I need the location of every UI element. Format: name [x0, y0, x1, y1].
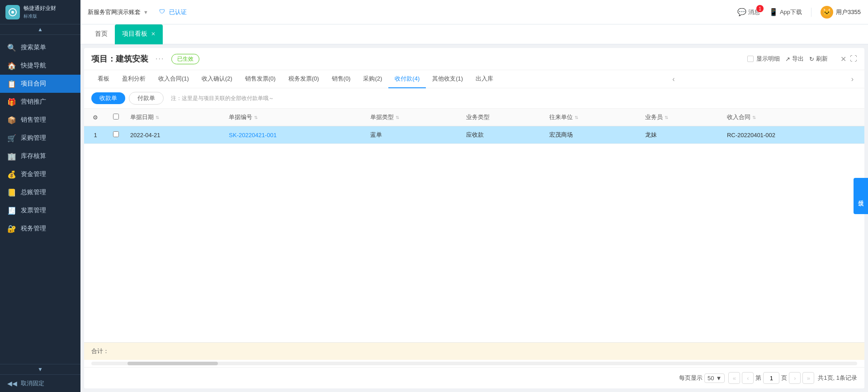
show-detail-checkbox[interactable]: 显示明细 — [747, 55, 780, 63]
page-suffix-label: 页 — [781, 374, 787, 382]
settings-icon[interactable]: ⚙ — [93, 114, 98, 121]
more-options-button[interactable]: ··· — [156, 55, 164, 63]
sidebar-item-marketing[interactable]: 🎁 营销推广 — [0, 93, 80, 111]
sidebar-item-label: 快捷导航 — [21, 62, 46, 70]
user-menu[interactable]: 🐱 用户3355 — [821, 6, 861, 19]
sort-icon[interactable]: ⇅ — [396, 115, 399, 120]
sidebar-pin-toggle[interactable]: ◀◀ 取消固定 — [0, 374, 80, 392]
sub-tab-sales-label: 销售(0) — [332, 75, 351, 83]
scrollbar-thumb[interactable] — [127, 362, 218, 365]
sidebar-item-search[interactable]: 🔍 搜索菜单 — [0, 38, 80, 57]
sidebar-title-area: 畅捷通好业财 标准版 — [24, 5, 56, 19]
scroll-down-arrow[interactable]: ▼ — [38, 366, 43, 373]
last-page-button[interactable]: » — [802, 372, 814, 384]
sidebar-footer-label: 取消固定 — [21, 379, 44, 387]
app-download-button[interactable]: 📱 App下载 — [769, 8, 802, 16]
sub-tab-in-out[interactable]: 出入库 — [469, 70, 500, 88]
row-number[interactable]: SK-20220421-001 — [223, 126, 365, 144]
sub-tab-prev-arrow[interactable]: ‹ — [669, 75, 678, 83]
message-button[interactable]: 💬 消息 1 — [737, 8, 760, 16]
row-number-link[interactable]: SK-20220421-001 — [229, 132, 277, 139]
sort-icon[interactable]: ⇅ — [752, 115, 756, 120]
th-date-label: 单据日期 — [130, 113, 154, 121]
sub-tab-profit[interactable]: 盈利分析 — [116, 70, 152, 88]
feedback-tab[interactable]: 反馈 — [854, 178, 868, 214]
sub-tab-tax-invoice[interactable]: 税务发票(0) — [282, 70, 326, 88]
receipt-tab-button[interactable]: 收款单 — [91, 92, 125, 104]
sub-tabs: 看板 盈利分析 收入合同(1) 收入确认(2) 销售发票(0) 税务发票(0) — [84, 70, 864, 88]
sort-icon[interactable]: ⇅ — [665, 115, 668, 120]
row-checkbox[interactable] — [113, 131, 119, 137]
topbar-left: 新服务官网演示账套 ▼ 🛡 已认证 — [88, 8, 737, 16]
horizontal-scrollbar[interactable] — [91, 362, 857, 365]
sidebar-item-tax[interactable]: 🔐 税务管理 — [0, 220, 80, 238]
sub-tab-purchase[interactable]: 采购(2) — [357, 70, 388, 88]
sidebar-item-inventory[interactable]: 🏢 库存核算 — [0, 147, 80, 165]
sidebar-item-invoice[interactable]: 🧾 发票管理 — [0, 201, 80, 220]
th-contract: 收入合同 ⇅ — [722, 109, 864, 126]
export-button[interactable]: ↗ 导出 — [785, 55, 804, 63]
sidebar-item-quicknav[interactable]: 🏠 快捷导航 — [0, 57, 80, 75]
chevron-down-icon: ▼ — [143, 10, 148, 15]
sidebar-item-label: 库存核算 — [21, 152, 46, 160]
scroll-up-arrow[interactable]: ▲ — [38, 26, 43, 33]
project-label: 项目： — [91, 54, 116, 63]
payment-tab-button[interactable]: 付款单 — [129, 92, 164, 105]
sub-tab-next-arrow[interactable]: › — [848, 75, 857, 83]
sort-icon[interactable]: ⇅ — [254, 115, 258, 120]
sub-tab-tax-invoice-label: 税务发票(0) — [288, 75, 319, 83]
th-number: 单据编号 ⇅ — [223, 109, 365, 126]
sub-tab-other-income[interactable]: 其他收支(1) — [426, 70, 469, 88]
th-checkbox[interactable] — [107, 109, 125, 126]
sub-tab-profit-label: 盈利分析 — [122, 75, 146, 83]
sidebar-item-label: 资金管理 — [21, 170, 46, 178]
svg-point-1 — [11, 11, 14, 14]
export-label: 导出 — [792, 55, 804, 63]
sidebar-item-purchase[interactable]: 🛒 采购管理 — [0, 129, 80, 147]
sub-tab-sales-invoice[interactable]: 销售发票(0) — [239, 70, 282, 88]
sub-tab-income-contract[interactable]: 收入合同(1) — [152, 70, 195, 88]
row-salesman: 龙妹 — [640, 126, 722, 144]
sidebar-item-general-ledger[interactable]: 📒 总账管理 — [0, 183, 80, 201]
row-checkbox-cell[interactable] — [107, 126, 125, 144]
sort-icon[interactable]: ⇅ — [156, 115, 159, 120]
th-partner-label: 往来单位 — [549, 113, 573, 121]
demo-account-selector[interactable]: 新服务官网演示账套 ▼ — [88, 8, 148, 16]
sub-tab-receipts[interactable]: 收付款(4) — [388, 70, 426, 88]
show-detail-label: 显示明细 — [756, 55, 780, 63]
next-page-button[interactable]: › — [789, 372, 801, 384]
table-row[interactable]: 1 2022-04-21 SK-20220421-001 蓝单 应收款 宏茂商场 — [84, 126, 864, 144]
sort-icon[interactable]: ⇅ — [575, 115, 578, 120]
content-area: 首页 项目看板 ✕ 项目：建筑安装 ··· 已生效 显示明细 — [80, 24, 868, 392]
close-button[interactable]: ✕ — [840, 55, 846, 63]
page-size-select-box[interactable]: 50 ▼ — [704, 373, 725, 383]
avatar: 🐱 — [821, 6, 833, 19]
first-page-button[interactable]: « — [728, 372, 740, 384]
select-all-checkbox[interactable] — [113, 114, 119, 120]
row-date: 2022-04-21 — [125, 126, 223, 144]
sub-tab-kanban[interactable]: 看板 — [91, 70, 116, 88]
sidebar-item-sales[interactable]: 📦 销售管理 — [0, 111, 80, 129]
prev-page-button[interactable]: ‹ — [742, 372, 754, 384]
message-icon: 💬 — [737, 8, 746, 16]
refresh-button[interactable]: ↻ 刷新 — [809, 55, 828, 63]
sub-tab-purchase-label: 采购(2) — [363, 75, 382, 83]
th-type-label: 单据类型 — [370, 113, 394, 121]
demo-account-label: 新服务官网演示账套 — [88, 8, 141, 16]
th-gear[interactable]: ⚙ — [84, 109, 107, 126]
sidebar-edition: 标准版 — [24, 13, 56, 19]
sidebar-item-project-contract[interactable]: 📋 项目合同 — [0, 75, 80, 93]
topbar-right: 💬 消息 1 📱 App下载 🐱 用户3355 — [737, 6, 861, 19]
checkbox-box[interactable] — [747, 56, 754, 62]
maximize-button[interactable]: ⛶ — [850, 55, 857, 63]
tab-project-board[interactable]: 项目看板 ✕ — [115, 24, 163, 44]
sub-tab-sales[interactable]: 销售(0) — [326, 70, 357, 88]
sidebar-item-capital[interactable]: 💰 资金管理 — [0, 165, 80, 183]
tab-home[interactable]: 首页 — [88, 24, 115, 44]
tab-close-icon[interactable]: ✕ — [151, 31, 156, 37]
sidebar-item-label: 总账管理 — [21, 188, 46, 196]
sub-tab-income-confirm[interactable]: 收入确认(2) — [195, 70, 239, 88]
page-number-input[interactable] — [763, 372, 779, 384]
topbar: 新服务官网演示账套 ▼ 🛡 已认证 💬 消息 1 📱 App下载 🐱 用户335… — [80, 0, 868, 24]
th-date: 单据日期 ⇅ — [125, 109, 223, 126]
